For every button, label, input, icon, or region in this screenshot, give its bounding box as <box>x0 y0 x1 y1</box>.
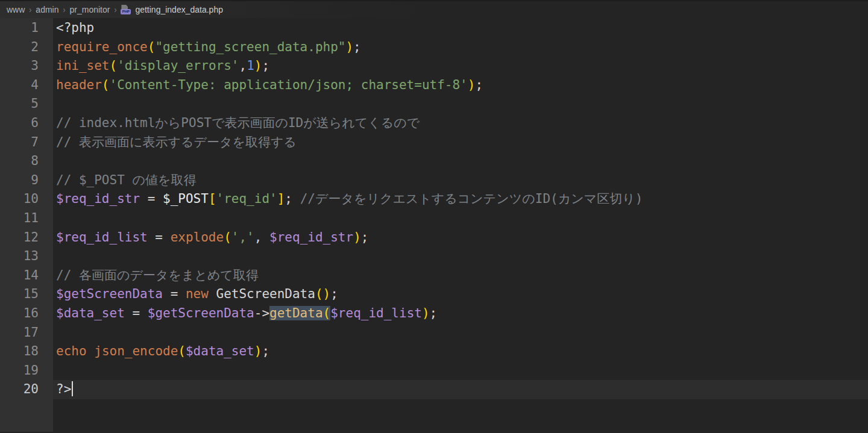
code-token: ) <box>468 78 476 92</box>
code-line-content[interactable] <box>53 209 868 228</box>
code-line[interactable]: 8 <box>0 152 868 171</box>
code-token: "getting_screen_data.php" <box>155 40 345 54</box>
line-number[interactable]: 19 <box>0 361 53 381</box>
code-line-content[interactable]: echo json_encode($data_set); <box>53 342 868 361</box>
chevron-right-icon: › <box>29 4 31 15</box>
code-line-content[interactable]: $req_id_list = explode(',', $req_id_str)… <box>53 228 868 248</box>
code-line-content[interactable]: header('Content-Type: application/json; … <box>53 76 868 95</box>
code-line[interactable]: 11 <box>0 209 868 228</box>
code-token: new <box>186 287 209 301</box>
code-token: $getScreenData <box>148 306 254 320</box>
code-token: ) <box>345 40 353 54</box>
code-token: , <box>254 230 269 245</box>
line-number[interactable]: 9 <box>0 171 53 190</box>
chevron-right-icon: › <box>63 4 65 15</box>
code-token: () <box>315 287 330 301</box>
breadcrumb-item-admin[interactable]: admin <box>36 5 58 14</box>
code-line[interactable]: 6// index.htmlからPOSTで表示画面のIDが送られてくるので <box>0 114 868 133</box>
code-token: = <box>148 230 171 245</box>
code-line-content[interactable]: require_once("getting_screen_data.php"); <box>53 38 868 57</box>
line-number[interactable]: 5 <box>0 95 53 114</box>
code-line-content[interactable]: ?> <box>53 380 868 399</box>
line-number[interactable]: 4 <box>0 76 53 95</box>
code-token: ; <box>353 40 361 54</box>
code-line[interactable]: 3ini_set('display_errors',1); <box>0 57 868 76</box>
code-line-content[interactable]: <?php <box>53 19 868 38</box>
code-line[interactable]: 9// $_POST の値を取得 <box>0 171 868 190</box>
code-token: = <box>140 192 163 206</box>
line-number[interactable]: 1 <box>0 19 53 38</box>
code-line[interactable]: 19 <box>0 361 868 381</box>
code-token: ?> <box>56 382 71 396</box>
code-line[interactable]: 4header('Content-Type: application/json;… <box>0 76 868 95</box>
line-number[interactable]: 7 <box>0 133 53 152</box>
code-line[interactable]: 12$req_id_list = explode(',', $req_id_st… <box>0 228 868 248</box>
code-token: ) <box>254 58 262 73</box>
code-token: $req_id_list <box>56 230 148 245</box>
code-token: ',' <box>231 230 254 245</box>
code-line[interactable]: 14// 各画面のデータをまとめて取得 <box>0 266 868 285</box>
code-token: ( <box>178 344 186 358</box>
code-line[interactable]: 16$data_set = $getScreenData->getData($r… <box>0 304 868 323</box>
code-token: ) <box>254 344 262 358</box>
text-cursor <box>72 381 73 396</box>
code-line[interactable]: 18echo json_encode($data_set); <box>0 342 868 361</box>
code-line-content[interactable] <box>53 152 868 171</box>
code-line-content[interactable] <box>53 323 868 343</box>
line-number[interactable]: 12 <box>0 228 53 248</box>
code-line[interactable]: 10$req_id_str = $_POST['req_id']; //データを… <box>0 190 868 209</box>
line-number[interactable]: 13 <box>0 247 53 266</box>
code-token: // 各画面のデータをまとめて取得 <box>56 268 259 282</box>
code-line[interactable]: 13 <box>0 247 868 266</box>
line-number[interactable]: 17 <box>0 323 53 343</box>
line-number[interactable]: 16 <box>0 304 53 323</box>
code-line-content[interactable]: $data_set = $getScreenData->getData($req… <box>53 304 868 323</box>
code-editor[interactable]: 1<?php2require_once("getting_screen_data… <box>0 18 868 432</box>
code-line-content[interactable] <box>53 361 868 381</box>
code-line[interactable]: 20?> <box>0 380 868 399</box>
code-token: GetScreenData <box>209 287 315 301</box>
code-line[interactable]: 15$getScreenData = new GetScreenData(); <box>0 285 868 304</box>
php-file-icon: PHP <box>121 5 131 14</box>
line-number[interactable]: 20 <box>0 380 53 399</box>
line-number[interactable]: 18 <box>0 342 53 361</box>
code-line-content[interactable] <box>53 95 868 114</box>
code-token: echo <box>56 344 87 358</box>
highlighted-occurrence: getData <box>269 306 323 320</box>
breadcrumb-item-www[interactable]: www <box>7 5 25 14</box>
code-line-content[interactable]: $getScreenData = new GetScreenData(); <box>53 285 868 304</box>
line-number[interactable]: 8 <box>0 152 53 171</box>
code-token: ) <box>353 230 361 245</box>
code-line-content[interactable]: ini_set('display_errors',1); <box>53 57 868 76</box>
code-line-content[interactable]: // index.htmlからPOSTで表示画面のIDが送られてくるので <box>53 114 868 133</box>
line-number[interactable]: 2 <box>0 38 53 57</box>
code-token: ; <box>285 192 300 206</box>
code-line[interactable]: 2require_once("getting_screen_data.php")… <box>0 38 868 57</box>
code-line[interactable]: 5 <box>0 95 868 114</box>
code-token: ) <box>422 306 430 320</box>
code-line-content[interactable] <box>53 247 868 266</box>
line-number[interactable]: 3 <box>0 57 53 76</box>
line-number[interactable]: 10 <box>0 190 53 209</box>
line-number[interactable]: 11 <box>0 209 53 228</box>
code-token: [ <box>209 192 216 206</box>
breadcrumb: www›admin›pr_monitor› PHP getting_index_… <box>0 0 868 18</box>
code-line[interactable]: 1<?php <box>0 19 868 38</box>
code-line-content[interactable]: $req_id_str = $_POST['req_id']; //データをリク… <box>53 190 868 209</box>
code-line-content[interactable]: // 表示画面に表示するデータを取得する <box>53 133 868 152</box>
code-token: ; <box>262 344 269 358</box>
breadcrumb-item-pr_monitor[interactable]: pr_monitor <box>69 5 110 14</box>
code-line-content[interactable]: // 各画面のデータをまとめて取得 <box>53 266 868 285</box>
line-number[interactable]: 6 <box>0 114 53 133</box>
code-token: ( <box>224 230 231 245</box>
line-number[interactable]: 15 <box>0 285 53 304</box>
breadcrumb-file-name[interactable]: getting_index_data.php <box>135 5 223 14</box>
code-token: ; <box>262 58 269 73</box>
code-line[interactable]: 7// 表示画面に表示するデータを取得する <box>0 133 868 152</box>
code-line[interactable]: 17 <box>0 323 868 343</box>
code-line-content[interactable]: // $_POST の値を取得 <box>53 171 868 190</box>
line-number[interactable]: 14 <box>0 266 53 285</box>
code-token: // index.htmlからPOSTで表示画面のIDが送られてくるので <box>56 116 420 130</box>
code-token: ( <box>148 40 156 54</box>
code-token: ] <box>277 192 285 206</box>
